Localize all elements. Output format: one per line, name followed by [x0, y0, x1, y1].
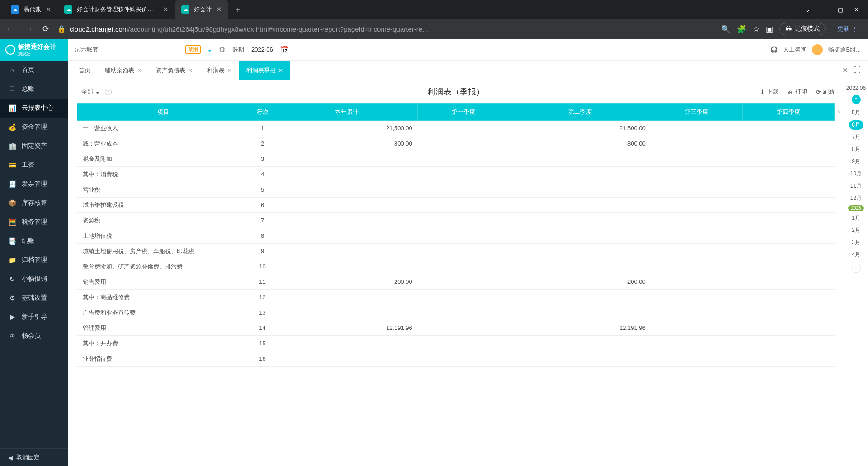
bookmark-icon[interactable]: ☆	[753, 24, 760, 34]
table-row[interactable]: 城市维护建设税6	[77, 198, 835, 213]
sidebar-item[interactable]: 💰 资金管理	[0, 118, 68, 137]
sidebar-item[interactable]: 🏢 固定资产	[0, 137, 68, 155]
period-month[interactable]: 7月	[849, 131, 863, 143]
sidebar-item[interactable]: 📑 结账	[0, 231, 68, 250]
table-cell	[651, 351, 743, 367]
help-icon[interactable]: ?	[105, 89, 112, 95]
table-row[interactable]: 广告费和业务宣传费13	[77, 305, 835, 320]
filter-dropdown[interactable]: 全部 ?	[77, 88, 112, 96]
table-cell: 21,500.00	[509, 121, 651, 136]
table-row[interactable]: 税金及附加3	[77, 151, 835, 167]
period-month[interactable]: 1月	[852, 212, 860, 224]
sidebar-item[interactable]: ♔ 畅会员	[0, 326, 68, 345]
page-tab[interactable]: 利润表季报✕	[239, 61, 290, 80]
download-button[interactable]: ⬇ 下载	[760, 88, 778, 96]
sidebar-item[interactable]: 📦 库存核算	[0, 193, 68, 212]
period-month[interactable]: 4月	[852, 249, 860, 261]
table-row[interactable]: 其中：开办费15	[77, 336, 835, 351]
page-tab[interactable]: 资产负债表✕	[149, 61, 200, 80]
table-cell	[509, 259, 651, 274]
scroll-right-icon[interactable]: ›	[835, 103, 843, 120]
page-tab[interactable]: 辅助余额表✕	[98, 61, 149, 80]
sidebar-item[interactable]: ↻ 小畅报销	[0, 269, 68, 288]
browser-tab[interactable]: ☁ 易代账 ✕	[5, 0, 58, 19]
tab-close-icon[interactable]: ✕	[46, 5, 52, 14]
refresh-icon: ⟳	[816, 89, 821, 95]
minimize-button[interactable]: ―	[821, 6, 827, 13]
table-row[interactable]: 其中：消费税4	[77, 167, 835, 182]
table-row[interactable]: 减：营业成本2800.00800.00	[77, 136, 835, 151]
reading-list-icon[interactable]: ▣	[766, 24, 773, 34]
back-button[interactable]: ←	[5, 23, 16, 36]
table-row[interactable]: 教育费附加、矿产资源补偿费、排污费10	[77, 259, 835, 274]
table-row[interactable]: 营业税5	[77, 182, 835, 198]
period-month[interactable]: 2月	[852, 224, 860, 236]
period-value[interactable]: 2022-06	[251, 46, 273, 53]
report-table-wrap[interactable]: 项目行次本年累计第一季度第二季度第三季度第四季度 一、营业收入121,500.0…	[68, 103, 844, 466]
table-row[interactable]: 业务招待费16	[77, 351, 835, 367]
page-tab[interactable]: 首页	[71, 61, 98, 80]
chevron-down-icon[interactable]: ⌄	[805, 6, 810, 13]
period-month[interactable]: 12月	[849, 192, 863, 204]
period-month[interactable]: 8月	[849, 143, 863, 155]
close-window-button[interactable]: ✕	[854, 6, 859, 13]
maximize-button[interactable]: ▢	[838, 6, 843, 13]
period-scroll-up[interactable]: ⌃	[852, 95, 861, 104]
page-tab-close-icon[interactable]: ✕	[188, 67, 193, 74]
browser-tab[interactable]: ☁ 好会计 ✕	[175, 0, 228, 19]
user-avatar[interactable]	[812, 44, 823, 55]
sidebar-item[interactable]: 📊 云报表中心	[0, 99, 68, 118]
tab-close-icon[interactable]: ✕	[216, 5, 222, 14]
username-label[interactable]: 畅捷通B组...	[828, 46, 861, 54]
update-button[interactable]: 更新 ⋮	[832, 23, 863, 35]
forward-button[interactable]: →	[23, 23, 34, 36]
sidebar-item[interactable]: 🧾 发票管理	[0, 174, 68, 193]
account-dropdown-icon[interactable]	[208, 46, 212, 54]
browser-tab[interactable]: ☁ 好会计财务管理软件购买价格及 ✕	[58, 0, 175, 19]
page-tab[interactable]: 利润表✕	[200, 61, 239, 80]
account-name[interactable]: 演示账套	[75, 46, 99, 54]
logo-area[interactable]: 畅捷通好会计 旗舰版	[0, 39, 68, 61]
table-row[interactable]: 销售费用11200.00200.00	[77, 274, 835, 290]
close-all-tabs-icon[interactable]: ✕	[842, 66, 848, 75]
period-month[interactable]: 11月	[849, 180, 863, 192]
sidebar-unpin[interactable]: ◀ 取消固定	[0, 448, 68, 466]
sidebar-item[interactable]: 📁 归档管理	[0, 250, 68, 269]
sidebar-item[interactable]: ☰ 总账	[0, 80, 68, 99]
page-tab-close-icon[interactable]: ✕	[137, 67, 142, 74]
period-month[interactable]: 10月	[849, 168, 863, 180]
refresh-button[interactable]: ⟳ 刷新	[816, 88, 835, 96]
calendar-icon[interactable]: 📅	[280, 45, 289, 54]
consult-link[interactable]: 人工咨询	[783, 46, 807, 54]
gear-icon[interactable]: ⚙	[219, 45, 225, 54]
extension-icon[interactable]: 🧩	[737, 24, 746, 34]
table-row[interactable]: 土地增值税8	[77, 228, 835, 244]
disable-badge[interactable]: 禁用	[185, 45, 201, 54]
period-month[interactable]: 9月	[849, 155, 863, 168]
period-month[interactable]: 6月	[849, 120, 863, 130]
table-cell	[276, 259, 418, 274]
sidebar-item[interactable]: ⚙ 基础设置	[0, 288, 68, 307]
tab-close-icon[interactable]: ✕	[163, 5, 169, 14]
period-month[interactable]: 3月	[852, 236, 860, 249]
zoom-icon[interactable]: 🔍	[721, 24, 731, 34]
new-tab-button[interactable]: ＋	[228, 4, 247, 15]
table-row[interactable]: 管理费用1412,191.9612,191.96	[77, 320, 835, 336]
table-row[interactable]: 其中：商品维修费12	[77, 290, 835, 305]
period-scroll-down[interactable]: ⌄	[852, 264, 861, 273]
period-month[interactable]: 5月	[849, 107, 863, 119]
sidebar-item[interactable]: 🧮 税务管理	[0, 212, 68, 231]
fullscreen-icon[interactable]: ⛶	[854, 66, 861, 75]
headset-icon[interactable]: 🎧	[770, 46, 778, 53]
table-row[interactable]: 城镇土地使用税、房产税、车船税、印花税9	[77, 244, 835, 259]
address-bar[interactable]: 🔒 cloud2.chanjet.com/accounting/uh26t264…	[57, 25, 715, 33]
sidebar-item[interactable]: ▶ 新手引导	[0, 307, 68, 326]
print-button[interactable]: 🖨 打印	[788, 88, 807, 96]
sidebar-item[interactable]: ⌂ 首页	[0, 61, 68, 80]
page-tab-close-icon[interactable]: ✕	[278, 67, 283, 74]
reload-button[interactable]: ⟳	[41, 22, 51, 36]
sidebar-item[interactable]: 💳 工资	[0, 155, 68, 174]
table-row[interactable]: 资源税7	[77, 213, 835, 228]
page-tab-close-icon[interactable]: ✕	[227, 67, 232, 74]
table-row[interactable]: 一、营业收入121,500.0021,500.00	[77, 121, 835, 136]
